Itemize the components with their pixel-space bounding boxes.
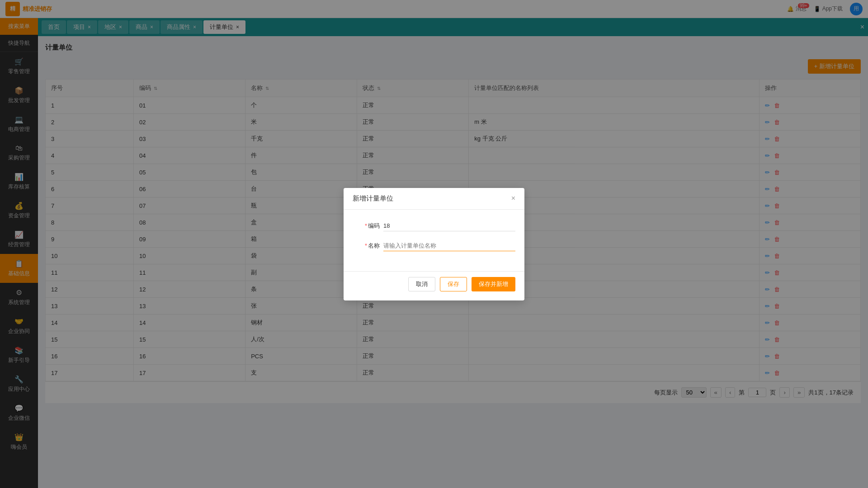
name-label: *名称 [353, 242, 380, 250]
modal-footer: 取消 保存 保存并新增 [344, 271, 524, 300]
modal-title: 新增计量单位 [353, 194, 393, 203]
name-required-mark: * [365, 242, 367, 249]
save-and-new-button[interactable]: 保存并新增 [472, 277, 515, 291]
save-button[interactable]: 保存 [440, 277, 467, 291]
modal-header: 新增计量单位 × [344, 188, 524, 210]
cancel-button[interactable]: 取消 [408, 277, 435, 291]
form-item-name: *名称 [353, 240, 515, 251]
form-item-code: *编码 [353, 221, 515, 231]
modal-close-button[interactable]: × [511, 194, 515, 202]
name-input[interactable] [383, 240, 515, 251]
code-required-mark: * [365, 222, 367, 229]
code-input[interactable] [383, 221, 515, 231]
modal-body: *编码 *名称 [344, 210, 524, 271]
modal-overlay[interactable]: 新增计量单位 × *编码 *名称 取消 保存 保存并新增 [0, 0, 868, 488]
code-label: *编码 [353, 222, 380, 230]
add-unit-modal: 新增计量单位 × *编码 *名称 取消 保存 保存并新增 [344, 188, 524, 300]
